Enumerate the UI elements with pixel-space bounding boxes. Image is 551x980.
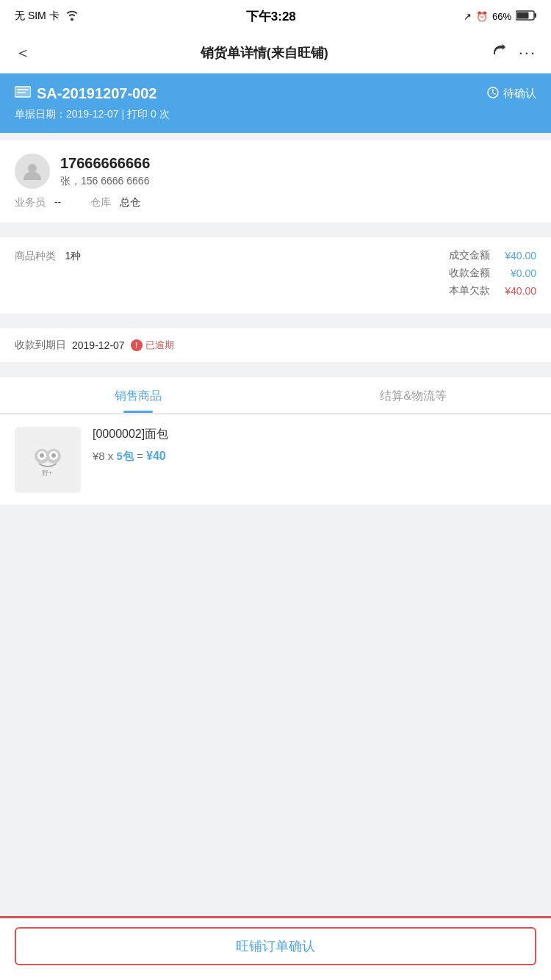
- overdue-badge: ! 已逾期: [131, 339, 174, 352]
- customer-phone: 17666666666: [60, 155, 150, 172]
- customer-name: 张，156 6666 6666: [60, 175, 150, 188]
- empty-content-area: [0, 505, 551, 710]
- product-name: [0000002]面包: [93, 427, 536, 442]
- amount-row-0: 成交金额 ¥40.00: [449, 249, 536, 262]
- share-button[interactable]: [491, 43, 507, 62]
- status-left: 无 SIM 卡: [15, 10, 79, 23]
- divider-1: [0, 223, 551, 230]
- clock-icon: [487, 87, 499, 101]
- status-right: ↗ ⏰ 66%: [464, 10, 536, 23]
- product-price: ¥8 x 5包 = ¥40: [93, 450, 536, 464]
- carrier-text: 无 SIM 卡: [15, 10, 60, 23]
- status-time: 下午3:28: [246, 8, 296, 25]
- warehouse: 仓库 总仓: [90, 196, 140, 209]
- amounts-list: 成交金额 ¥40.00 收款金额 ¥0.00 本单欠款 ¥40.00: [449, 249, 536, 302]
- amount-row-1: 收款金额 ¥0.00: [449, 267, 536, 280]
- divider-3: [0, 362, 551, 370]
- sales-rep: 业务员 --: [15, 196, 61, 209]
- order-date: 单据日期：2019-12-07 | 打印 0 次: [15, 108, 536, 121]
- svg-point-11: [51, 453, 56, 458]
- svg-text:野+: 野+: [42, 469, 52, 477]
- product-item: 野+ [0000002]面包 ¥8 x 5包 = ¥40: [0, 415, 551, 505]
- order-icon: [15, 85, 31, 102]
- product-info: [0000002]面包 ¥8 x 5包 = ¥40: [93, 427, 536, 464]
- back-button[interactable]: ＜: [15, 42, 38, 64]
- customer-avatar: [15, 154, 50, 189]
- divider-2: [0, 314, 551, 321]
- amount-row-2: 本单欠款 ¥40.00: [449, 284, 536, 298]
- nav-actions: ···: [491, 43, 536, 62]
- svg-rect-2: [516, 12, 528, 18]
- alarm-icon: ⏰: [476, 11, 488, 22]
- product-image: 野+: [15, 427, 81, 493]
- confirm-button[interactable]: 旺铺订单确认: [15, 927, 536, 965]
- amounts-section: 商品种类 1种 成交金额 ¥40.00 收款金额 ¥0.00 本单欠款 ¥40.…: [0, 237, 551, 314]
- svg-point-10: [40, 453, 44, 458]
- page-title: 销货单详情(来自旺铺): [68, 44, 461, 62]
- location-icon: ↗: [464, 11, 472, 22]
- overdue-icon: !: [131, 339, 143, 351]
- order-status: 待确认: [487, 87, 536, 101]
- more-button[interactable]: ···: [519, 43, 536, 62]
- nav-bar: ＜ 销货单详情(来自旺铺) ···: [0, 32, 551, 73]
- due-date-section: 收款到期日 2019-12-07 ! 已逾期: [0, 328, 551, 362]
- wifi-icon: [65, 10, 79, 23]
- status-bar: 无 SIM 卡 下午3:28 ↗ ⏰ 66%: [0, 0, 551, 32]
- tab-settlement[interactable]: 结算&物流等: [276, 377, 551, 413]
- order-number: SA-20191207-002: [15, 85, 156, 102]
- svg-rect-1: [534, 13, 536, 18]
- order-header-card: SA-20191207-002 待确认 单据日期：2019-12-07 | 打印…: [0, 73, 551, 133]
- tabs-container: 销售商品 结算&物流等: [0, 377, 551, 414]
- bottom-bar: 旺铺订单确认: [0, 916, 551, 980]
- customer-info: 17666666666 张，156 6666 6666: [60, 155, 150, 188]
- battery-text: 66%: [492, 11, 511, 22]
- product-type: 商品种类 1种: [15, 249, 81, 263]
- svg-rect-3: [15, 87, 31, 97]
- tab-sales-products[interactable]: 销售商品: [0, 377, 276, 413]
- customer-meta: 业务员 -- 仓库 总仓: [15, 196, 536, 209]
- battery-icon: [516, 10, 536, 23]
- customer-section: 17666666666 张，156 6666 6666 业务员 -- 仓库 总仓: [0, 140, 551, 223]
